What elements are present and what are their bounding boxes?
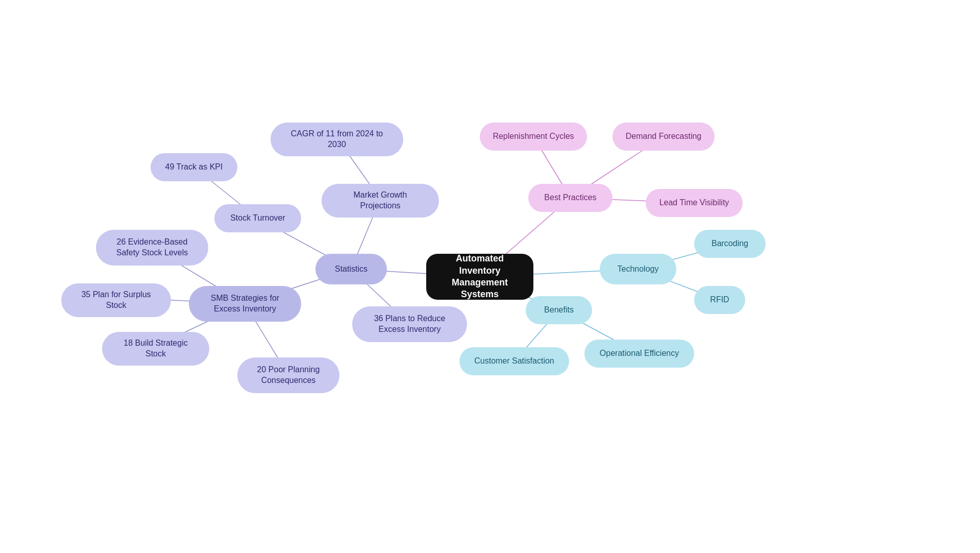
node-barcoding[interactable]: Barcoding (694, 230, 766, 258)
node-replenishment[interactable]: Replenishment Cycles (480, 123, 587, 151)
node-demand_forecasting[interactable]: Demand Forecasting (612, 123, 715, 151)
node-lead_time[interactable]: Lead Time Visibility (646, 189, 743, 217)
node-poor_planning[interactable]: 20 Poor Planning Consequences (237, 357, 339, 393)
node-safety_stock[interactable]: 26 Evidence-Based Safety Stock Levels (96, 230, 208, 266)
node-best_practices[interactable]: Best Practices (528, 184, 612, 212)
node-market_growth[interactable]: Market Growth Projections (322, 184, 439, 218)
node-stock_turnover[interactable]: Stock Turnover (214, 204, 301, 232)
mind-map: Automated Inventory Management SystemsSt… (0, 0, 980, 553)
node-reduce_excess[interactable]: 36 Plans to Reduce Excess Inventory (352, 306, 467, 342)
node-cagr[interactable]: CAGR of 11 from 2024 to 2030 (271, 123, 403, 156)
node-surplus_stock[interactable]: 35 Plan for Surplus Stock (61, 283, 171, 317)
node-benefits[interactable]: Benefits (526, 296, 592, 324)
node-customer_satisfaction[interactable]: Customer Satisfaction (459, 347, 569, 375)
node-smb_strategies[interactable]: SMB Strategies for Excess Inventory (189, 286, 301, 322)
node-technology[interactable]: Technology (600, 254, 676, 284)
node-track_kpi[interactable]: 49 Track as KPI (151, 153, 237, 181)
node-statistics[interactable]: Statistics (315, 254, 387, 284)
node-center[interactable]: Automated Inventory Management Systems (426, 254, 533, 300)
node-rfid[interactable]: RFID (694, 286, 745, 314)
node-build_strategic[interactable]: 18 Build Strategic Stock (102, 332, 209, 366)
node-operational_efficiency[interactable]: Operational Efficiency (584, 340, 694, 368)
